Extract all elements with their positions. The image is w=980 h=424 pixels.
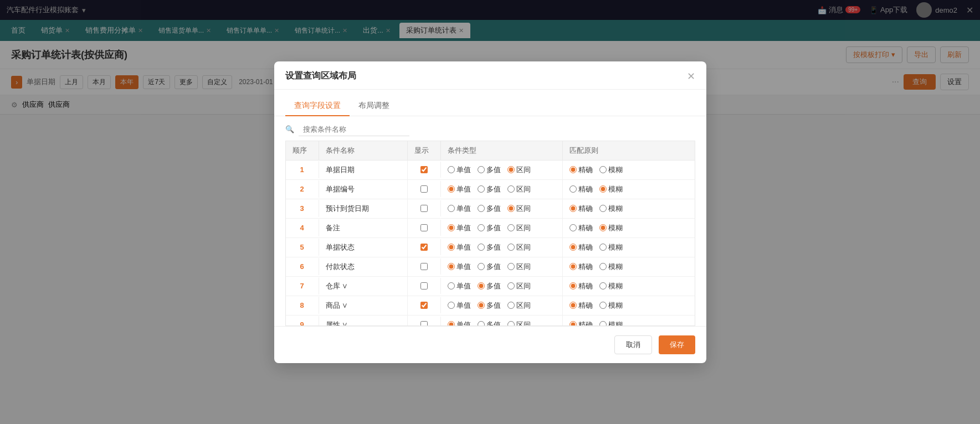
dialog-close-button[interactable]: ✕	[687, 70, 695, 82]
dialog: 设置查询区域布局 ✕ 查询字段设置 布局调整 🔍 顺序 条件名称 显示 条件类型…	[274, 61, 706, 115]
tab-layout-adjust[interactable]: 布局调整	[350, 96, 398, 115]
modal-overlay[interactable]: 设置查询区域布局 ✕ 查询字段设置 布局调整 🔍 顺序 条件名称 显示 条件类型…	[0, 0, 980, 115]
tab-query-fields[interactable]: 查询字段设置	[285, 96, 350, 115]
dialog-tabs: 查询字段设置 布局调整	[274, 90, 706, 115]
dialog-header: 设置查询区域布局 ✕	[274, 61, 706, 90]
dialog-title: 设置查询区域布局	[285, 70, 356, 82]
